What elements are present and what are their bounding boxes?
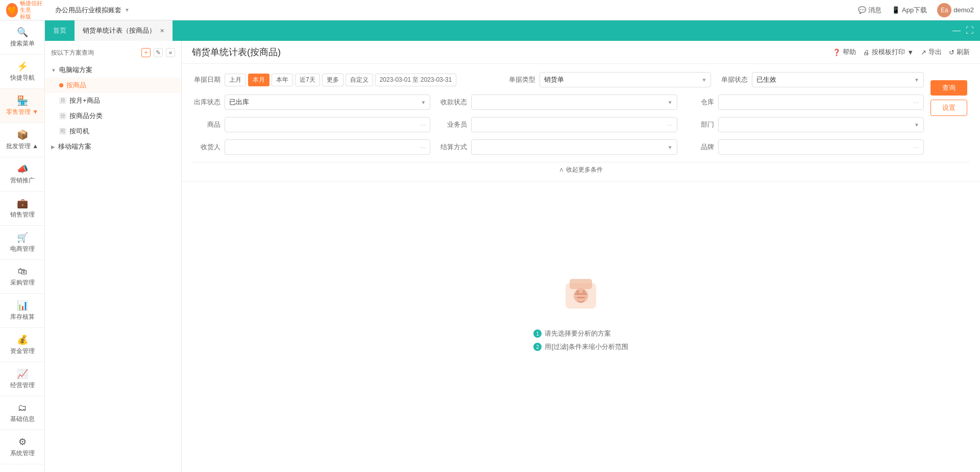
empty-tip-2: 2 用[过滤]条件来缩小分析范围 bbox=[533, 342, 628, 351]
empty-state: 1 请先选择要分析的方案 2 用[过滤]条件来缩小分析范围 bbox=[182, 182, 980, 472]
query-btn-area: 查询 设置 bbox=[924, 72, 970, 124]
tip-num-1: 1 bbox=[533, 329, 542, 338]
top-bar-right: 💬 消息 📱 App下载 Ea demo2 bbox=[858, 3, 974, 17]
sidebar-item-finance[interactable]: 💰 资金管理 bbox=[0, 328, 44, 362]
sidebar-item-enterprise[interactable]: 🏢 企业协同 bbox=[0, 464, 44, 472]
sidebar-item-system[interactable]: ⚙ 系统管理 bbox=[0, 430, 44, 464]
salesman-dots-icon: ··· bbox=[667, 121, 673, 129]
product-selector[interactable]: ··· bbox=[225, 117, 430, 132]
tab-home[interactable]: 首页 bbox=[45, 20, 75, 41]
product-dots-icon: ··· bbox=[420, 121, 426, 129]
item-icon-month: 月 bbox=[59, 97, 66, 104]
main-layout: 🔍 搜索菜单 ⚡ 快捷导航 🏪 零售管理 ▼ 📦 批发管理 ▲ 📣 营销推广 💼… bbox=[0, 20, 980, 472]
tab-stats[interactable]: 销货单统计表（按商品） ✕ bbox=[75, 20, 173, 41]
out-status-selector[interactable]: 已出库 ▼ bbox=[225, 95, 430, 110]
workspace-dropdown-icon: ▼ bbox=[125, 7, 130, 13]
settlement-dropdown-icon: ▼ bbox=[668, 145, 673, 150]
page-header: 销货单统计表(按商品) ❓ 帮助 🖨 按模板打印 ▼ bbox=[182, 41, 980, 64]
doc-type-selector[interactable]: 销货单 ▼ bbox=[540, 72, 712, 87]
empty-tips: 1 请先选择要分析的方案 2 用[过滤]条件来缩小分析范围 bbox=[533, 329, 628, 356]
logo-icon: 🧡 bbox=[6, 3, 18, 17]
window-minimize-button[interactable]: — bbox=[952, 26, 961, 35]
date-btn-this-year[interactable]: 本年 bbox=[272, 74, 293, 86]
date-btn-more[interactable]: 更多 bbox=[322, 74, 344, 86]
filter-item-by-driver[interactable]: 司 按司机 bbox=[45, 124, 181, 139]
operations-icon: 📈 bbox=[0, 368, 44, 380]
receipt-status-dropdown-icon: ▼ bbox=[668, 100, 673, 105]
window-maximize-button[interactable]: ⛶ bbox=[966, 26, 974, 35]
empty-tip-1: 1 请先选择要分析的方案 bbox=[533, 329, 628, 338]
filter-item-date: 单据日期 上月 本月 本年 近7天 更多 自定义 bbox=[192, 74, 499, 86]
tab-close-icon[interactable]: ✕ bbox=[160, 28, 164, 34]
add-scheme-button[interactable]: + bbox=[141, 48, 151, 57]
svg-rect-3 bbox=[575, 293, 587, 295]
date-btn-last-month[interactable]: 上月 bbox=[225, 74, 246, 86]
app-download-button[interactable]: 📱 App下载 bbox=[892, 6, 927, 15]
sidebar-item-sales[interactable]: 💼 销售管理 bbox=[0, 192, 44, 226]
filter-item-by-month-product[interactable]: 月 按月+商品 bbox=[45, 93, 181, 108]
main-filter-area: 销货单统计表(按商品) ❓ 帮助 🖨 按模板打印 ▼ bbox=[182, 41, 980, 472]
dept-selector[interactable]: ▼ bbox=[718, 117, 924, 132]
query-button[interactable]: 查询 bbox=[930, 80, 967, 96]
sidebar-item-ecommerce[interactable]: 🛒 电商管理 bbox=[0, 226, 44, 260]
collapse-sidebar-button[interactable]: « bbox=[166, 48, 175, 57]
svg-point-6 bbox=[582, 290, 585, 293]
inventory-icon: 📊 bbox=[0, 300, 44, 311]
system-icon: ⚙ bbox=[0, 436, 44, 447]
warehouse-selector[interactable]: ··· bbox=[718, 95, 924, 110]
filter-group-mobile-header[interactable]: ▶ 移动端方案 bbox=[45, 139, 181, 154]
sidebar-item-wholesale[interactable]: 📦 批发管理 ▲ bbox=[0, 123, 44, 157]
marketing-icon: 📣 bbox=[0, 163, 44, 175]
filter-item-by-category[interactable]: 分 按商品分类 bbox=[45, 108, 181, 124]
help-button[interactable]: ❓ 帮助 bbox=[832, 48, 856, 57]
filter-rows-area: 单据日期 上月 本月 本年 近7天 更多 自定义 bbox=[192, 72, 924, 162]
settlement-selector[interactable]: ▼ bbox=[471, 139, 677, 155]
page-title: 销货单统计表(按商品) bbox=[192, 46, 281, 58]
inner-layout: 按以下方案查询 + ✎ « ▼ 电脑端方案 bbox=[45, 41, 980, 472]
message-button[interactable]: 💬 消息 bbox=[858, 6, 881, 15]
filter-row-1: 单据日期 上月 本月 本年 近7天 更多 自定义 bbox=[192, 72, 924, 87]
sidebar-item-quicknav[interactable]: ⚡ 快捷导航 bbox=[0, 55, 44, 89]
sidebar-item-inventory[interactable]: 📊 库存核算 bbox=[0, 294, 44, 328]
svg-rect-1 bbox=[570, 279, 592, 289]
sidebar-item-operations[interactable]: 📈 经营管理 bbox=[0, 362, 44, 396]
collapse-bar[interactable]: ∧ 收起更多条件 bbox=[192, 162, 970, 177]
date-filter: 上月 本月 本年 近7天 更多 自定义 2023-03-01 至 2023-03… bbox=[225, 74, 499, 86]
doc-status-selector[interactable]: 已生效 ▼ bbox=[752, 72, 924, 87]
filter-item-receipt-status: 收款状态 ▼ bbox=[438, 95, 677, 110]
print-dropdown-icon: ▼ bbox=[907, 49, 914, 56]
receipt-status-selector[interactable]: ▼ bbox=[471, 95, 677, 110]
app-icon: 📱 bbox=[892, 6, 900, 14]
edit-scheme-button[interactable]: ✎ bbox=[154, 48, 163, 57]
item-icon-category: 分 bbox=[59, 112, 66, 120]
date-btn-custom[interactable]: 自定义 bbox=[346, 74, 373, 86]
date-btn-7days[interactable]: 近7天 bbox=[295, 74, 320, 86]
search-icon: 🔍 bbox=[0, 27, 44, 38]
template-print-button[interactable]: 🖨 按模板打印 ▼ bbox=[863, 48, 914, 57]
filter-group-desktop: ▼ 电脑端方案 按商品 月 按月+商品 bbox=[45, 62, 181, 139]
sidebar-item-basic[interactable]: 🗂 基础信息 bbox=[0, 396, 44, 430]
sidebar-item-purchase[interactable]: 🛍 采购管理 bbox=[0, 260, 44, 294]
sidebar-item-marketing[interactable]: 📣 营销推广 bbox=[0, 157, 44, 192]
filter-tree: ▼ 电脑端方案 按商品 月 按月+商品 bbox=[45, 60, 181, 156]
filter-item-doc-type: 单据类型 销货单 ▼ bbox=[507, 72, 712, 87]
salesman-selector[interactable]: ··· bbox=[471, 117, 677, 132]
filter-item-warehouse: 仓库 ··· bbox=[685, 95, 924, 110]
date-btn-this-month[interactable]: 本月 bbox=[248, 74, 270, 86]
brand-selector[interactable]: ··· bbox=[718, 139, 924, 155]
filter-group-desktop-header[interactable]: ▼ 电脑端方案 bbox=[45, 62, 181, 78]
workspace-selector[interactable]: 办公用品行业模拟账套 ▼ bbox=[55, 6, 130, 15]
user-menu[interactable]: Ea demo2 bbox=[937, 3, 974, 17]
recipient-selector[interactable]: ··· bbox=[225, 139, 430, 155]
filter-item-by-product[interactable]: 按商品 bbox=[45, 78, 181, 93]
item-icon-driver: 司 bbox=[59, 128, 66, 135]
brand-dots-icon: ··· bbox=[913, 143, 919, 151]
sales-icon: 💼 bbox=[0, 198, 44, 209]
print-icon: 🖨 bbox=[863, 49, 870, 56]
date-range-display: 2023-03-01 至 2023-03-31 bbox=[375, 74, 456, 86]
export-button[interactable]: ↗ 导出 bbox=[921, 48, 942, 57]
settings-button[interactable]: 设置 bbox=[930, 100, 967, 116]
sidebar-item-search[interactable]: 🔍 搜索菜单 bbox=[0, 20, 44, 55]
sidebar-item-retail[interactable]: 🏪 零售管理 ▼ bbox=[0, 89, 44, 123]
refresh-button[interactable]: ↺ 刷新 bbox=[949, 48, 970, 57]
